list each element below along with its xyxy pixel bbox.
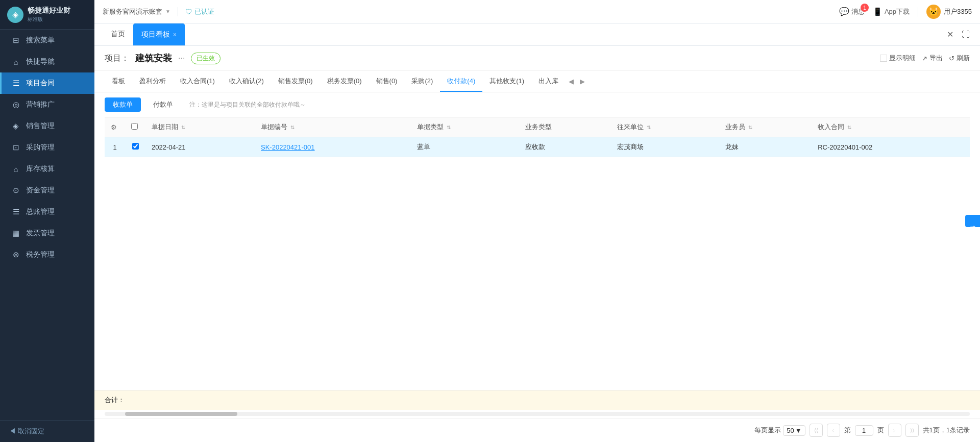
tab-sales[interactable]: 销售(0) xyxy=(369,71,405,92)
col-number[interactable]: 单据编号 ⇅ xyxy=(255,117,411,137)
prev-page-button[interactable]: ﹤ xyxy=(827,424,840,437)
show-detail-toggle[interactable]: 显示明细 xyxy=(880,54,916,63)
receipt-table: ⚙ 单据日期 ⇅ 单据编号 ⇅ xyxy=(105,117,970,157)
tab-next-nav[interactable]: ▶ xyxy=(577,78,588,85)
page-number-input[interactable] xyxy=(855,425,873,436)
scrollbar-thumb[interactable] xyxy=(125,412,237,416)
settings-icon[interactable]: ⚙ xyxy=(111,124,117,131)
row-biz-type: 应收款 xyxy=(519,137,611,157)
row-number-cell[interactable]: SK-20220421-001 xyxy=(255,137,411,157)
more-options-icon[interactable]: ··· xyxy=(178,54,185,63)
tab-tax-invoice[interactable]: 税务发票(0) xyxy=(320,71,369,92)
sidebar-item-inventory[interactable]: ⌂ 库存核算 xyxy=(0,158,94,180)
col-settings[interactable]: ⚙ xyxy=(105,117,125,137)
refresh-button[interactable]: ↺ 刷新 xyxy=(949,54,970,63)
horizontal-scrollbar[interactable] xyxy=(105,412,970,416)
ledger-icon: ☰ xyxy=(11,207,21,216)
tab-inout-label: 出入库 xyxy=(538,77,558,86)
close-window-icon[interactable]: ✕ xyxy=(945,28,955,41)
shield-icon: 🛡 xyxy=(185,8,192,16)
col-date[interactable]: 单据日期 ⇅ xyxy=(145,117,255,137)
col-income-contract[interactable]: 收入合同 ⇅ xyxy=(812,117,970,137)
page-size-label: 每页显示 xyxy=(754,426,781,435)
row-checkbox[interactable] xyxy=(132,143,139,150)
sidebar-item-sales[interactable]: ◈ 销售管理 xyxy=(0,115,94,137)
row-number: 1 xyxy=(105,137,125,157)
sort-icon: ⇅ xyxy=(290,125,295,130)
dropdown-arrow: ▼ xyxy=(795,427,802,434)
tab-home[interactable]: 首页 xyxy=(103,23,133,45)
user-menu[interactable]: 🐱 用户3355 xyxy=(926,5,972,19)
tab-income-confirm[interactable]: 收入确认(2) xyxy=(222,71,271,92)
fullscreen-icon[interactable]: ⛶ xyxy=(960,28,972,41)
tab-inout[interactable]: 出入库 xyxy=(531,71,566,92)
app-download-button[interactable]: 📱 App下载 xyxy=(873,7,910,16)
select-all-checkbox[interactable] xyxy=(131,123,138,130)
page-size-value: 50 xyxy=(787,427,794,434)
payment-tab[interactable]: 付款单 xyxy=(145,97,181,112)
detail-checkbox[interactable] xyxy=(880,55,887,62)
sidebar-item-funds[interactable]: ⊙ 资金管理 xyxy=(0,180,94,201)
feedback-button[interactable]: 反馈 xyxy=(965,215,980,227)
sidebar-item-purchase[interactable]: ⊡ 采购管理 xyxy=(0,137,94,158)
sidebar-item-contract[interactable]: ☰ 项目合同 xyxy=(0,72,94,94)
topbar-right: 💬 消息 1 📱 App下载 🐱 用户3355 xyxy=(839,5,972,19)
tab-collection[interactable]: 收付款(4) xyxy=(440,71,482,92)
sidebar-item-marketing[interactable]: ◎ 营销推广 xyxy=(0,94,94,115)
message-badge: 1 xyxy=(861,4,869,12)
row-type: 蓝单 xyxy=(411,137,519,157)
document-link[interactable]: SK-20220421-001 xyxy=(261,143,315,151)
purchase-icon: ⊡ xyxy=(11,143,21,152)
col-salesperson-label: 业务员 xyxy=(725,123,745,131)
sidebar-item-invoice[interactable]: ▦ 发票管理 xyxy=(0,223,94,244)
export-button[interactable]: ↗ 导出 xyxy=(922,54,943,63)
table-row[interactable]: 1 2022-04-21 SK-20220421-001 蓝单 应收款 宏茂商场… xyxy=(105,137,970,157)
sidebar-unpin[interactable]: ◀ 取消固定 xyxy=(0,420,94,442)
receipt-tab[interactable]: 收款单 xyxy=(105,97,141,112)
tab-sales-label: 销售(0) xyxy=(376,77,398,86)
col-biz-type-label: 业务类型 xyxy=(525,123,552,131)
receipt-tab-label: 收款单 xyxy=(113,101,133,108)
sidebar-item-search[interactable]: ⊟ 搜索菜单 xyxy=(0,30,94,51)
tab-purchase[interactable]: 采购(2) xyxy=(404,71,440,92)
sidebar-item-quicknav[interactable]: ⌂ 快捷导航 xyxy=(0,51,94,72)
tab-kanban-label: 看板 xyxy=(112,77,125,86)
tab-prev-nav[interactable]: ◀ xyxy=(566,78,577,85)
app-version: 标准版 xyxy=(28,16,70,23)
row-checkbox-cell[interactable] xyxy=(125,137,145,157)
tab-other-income[interactable]: 其他收支(1) xyxy=(482,71,531,92)
tab-actions: ✕ ⛶ xyxy=(945,28,972,41)
sidebar-item-ledger[interactable]: ☰ 总账管理 xyxy=(0,201,94,223)
last-page-button[interactable]: ⟩⟩ xyxy=(905,424,919,437)
sub-tabs: 看板 盈利分析 收入合同(1) 收入确认(2) 销售发票(0) 税务发票(0) … xyxy=(94,71,980,92)
tab-income-contract[interactable]: 收入合同(1) xyxy=(173,71,222,92)
col-type-label: 单据类型 xyxy=(417,123,444,131)
col-salesperson[interactable]: 业务员 ⇅ xyxy=(719,117,812,137)
col-type[interactable]: 单据类型 ⇅ xyxy=(411,117,519,137)
phone-icon: 📱 xyxy=(873,7,883,16)
app-logo-icon: ◈ xyxy=(7,7,23,23)
tabs-container: 首页 项目看板 × xyxy=(103,23,185,45)
account-selector[interactable]: 新服务官网演示账套 ▼ xyxy=(103,7,170,16)
tab-kanban-label: 项目看板 xyxy=(141,30,170,39)
sidebar-item-label: 营销推广 xyxy=(26,100,55,109)
funds-icon: ⊙ xyxy=(11,186,21,195)
tab-sales-invoice-label: 销售发票(0) xyxy=(278,77,313,86)
tab-kanban[interactable]: 看板 xyxy=(105,71,132,92)
sidebar-item-tax[interactable]: ⊛ 税务管理 xyxy=(0,244,94,265)
row-salesperson: 龙妹 xyxy=(719,137,812,157)
page-size-dropdown[interactable]: 50 ▼ xyxy=(783,425,805,436)
message-button[interactable]: 💬 消息 1 xyxy=(839,7,865,16)
col-partner[interactable]: 往来单位 ⇅ xyxy=(611,117,719,137)
project-title: 建筑安装 xyxy=(135,52,172,64)
tab-profit[interactable]: 盈利分析 xyxy=(132,71,173,92)
tab-project-kanban[interactable]: 项目看板 × xyxy=(133,23,185,45)
tab-sales-invoice[interactable]: 销售发票(0) xyxy=(271,71,320,92)
sales-icon: ◈ xyxy=(11,121,21,131)
page-label: 第 xyxy=(844,426,851,435)
first-page-button[interactable]: ⟨⟨ xyxy=(810,424,823,437)
gift-icon: ◎ xyxy=(11,100,21,109)
tab-close-icon[interactable]: × xyxy=(173,31,177,38)
sidebar-nav: ⊟ 搜索菜单 ⌂ 快捷导航 ☰ 项目合同 ◎ 营销推广 ◈ 销售管理 ⊡ 采购管… xyxy=(0,30,94,420)
next-page-button[interactable]: ﹥ xyxy=(888,424,901,437)
